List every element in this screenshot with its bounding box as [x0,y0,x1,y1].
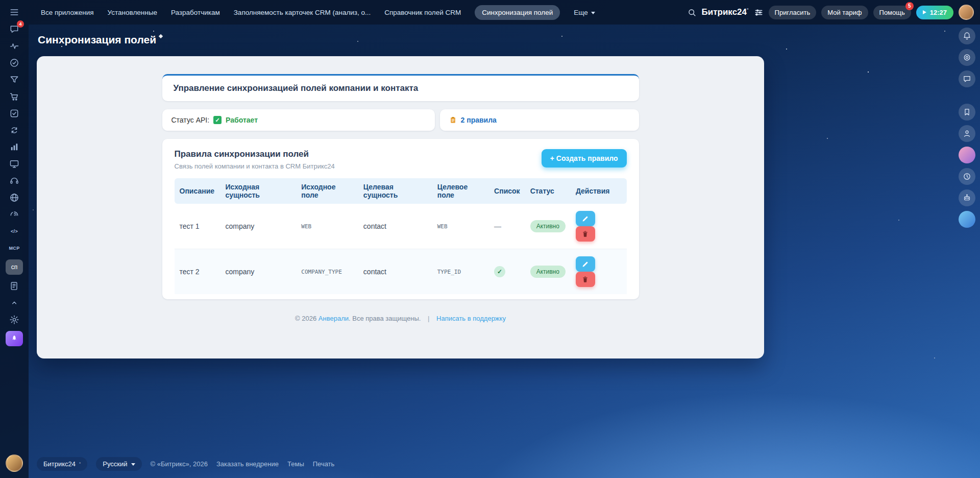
helpdesk-spiral-icon[interactable] [959,49,975,66]
brand-mark: ° [79,462,81,466]
profile-avatar[interactable] [6,455,23,472]
print-link[interactable]: Печать [313,460,335,468]
status-row: Статус API: ✓ Работает 2 правила [162,109,639,131]
status-badge: Активно [530,220,566,232]
app-panel: Управление синхронизацией полей компании… [37,56,764,358]
tab-installed[interactable]: Установленные [108,9,157,16]
news-feed-icon[interactable] [8,40,20,52]
delete-rule-button[interactable] [576,226,595,242]
cell-target-entity: contact [358,249,432,295]
check-icon: ✓ [213,116,222,124]
cell-target-entity: contact [358,204,432,249]
order-implementation-link[interactable]: Заказать внедрение [216,460,279,468]
tab-all-apps[interactable]: Все приложения [41,9,94,16]
user-avatar[interactable] [959,5,974,20]
search-icon[interactable] [687,8,697,17]
market-globe-icon[interactable] [8,192,20,203]
tab-more[interactable]: Еще [574,9,595,16]
esign-document-icon[interactable] [8,280,20,292]
rules-table-title: Правила синхронизации полей [175,149,335,159]
tariff-button[interactable]: Мой тариф [821,6,868,19]
panel-header-title: Управление синхронизацией полей компании… [174,83,419,93]
code-icon[interactable]: </> [8,226,20,237]
edit-rule-button[interactable] [576,256,595,272]
sites-icon[interactable] [8,158,20,170]
work-timer-button[interactable]: 12:27 [916,6,953,19]
right-widget-rail [959,28,975,228]
pencil-icon [581,260,589,268]
sales-cart-icon[interactable] [8,91,20,102]
brand-mark: ° [747,7,749,12]
themes-link[interactable]: Темы [287,460,304,468]
bookmark-widget-icon[interactable] [959,104,975,121]
table-head: Правила синхронизации полей Связь полей … [175,149,627,170]
create-rule-button[interactable]: + Создать правило [542,149,627,168]
cell-source-entity: company [220,204,296,249]
app-sp-tile[interactable]: сп [6,259,23,275]
fingerprint-icon[interactable] [8,209,20,220]
marketplace-nav: Все приложения Установленные Разработчик… [41,5,682,20]
vendor-link[interactable]: Анверали [318,315,349,322]
chat-avatar-1[interactable] [959,147,975,163]
cell-target-field: WEB [432,204,489,249]
bitrix24-footer-logo[interactable]: Битрикс24° [37,457,87,471]
tab-developers[interactable]: Разработчикам [171,9,220,16]
clipboard-icon [449,115,457,125]
col-description: Описание [175,178,220,204]
help-badge: 5 [905,2,914,10]
cell-source-field: COMPANY_TYPE [296,249,358,295]
copyright-prefix: © 2026 [295,315,318,322]
chat-avatar-2[interactable] [959,211,975,228]
support-link[interactable]: Написать в поддержку [436,315,506,322]
collapse-chevron-icon[interactable] [8,297,20,308]
list-check-icon: ✓ [494,266,505,277]
col-target-field: Целевое поле [432,178,489,204]
panel-inner: Управление синхронизацией полей компании… [162,74,639,322]
copilot-rocket-tile[interactable] [6,331,23,346]
bot-widget-icon[interactable] [959,189,975,206]
page-title-row: Синхронизация полей [38,34,162,46]
status-badge: Активно [530,266,566,278]
tab-field-sync[interactable]: Синхронизация полей [475,5,560,20]
mcp-icon[interactable]: MCP [8,243,20,254]
rules-table-subtitle: Связь полей компании и контакта в CRM Би… [175,162,335,170]
pencil-icon [581,215,589,223]
panel-header-card: Управление синхронизацией полей компании… [162,74,639,101]
bitrix24-logo[interactable]: Битрикс24° [702,7,749,17]
sparkle-decoration [159,34,163,38]
edit-rule-button[interactable] [576,211,595,226]
contact-widget-icon[interactable] [959,125,975,142]
settings-gear-icon[interactable] [8,314,20,325]
cell-source-field: WEB [296,204,358,249]
help-wrap: Помощь 5 [873,6,911,19]
col-list: Список [489,178,525,204]
checklist-icon[interactable] [8,108,20,119]
table-row: тест 2 company COMPANY_TYPE contact TYPE… [175,249,627,295]
tab-crm-fields-directory[interactable]: Справочник полей CRM [384,9,461,16]
support-headset-icon[interactable] [8,175,20,186]
top-bar: Все приложения Установленные Разработчик… [29,0,980,25]
col-source-entity: Исходная сущность [220,178,296,204]
page-title: Синхронизация полей [38,34,156,46]
footer-divider: | [428,315,429,322]
bottom-bar: Битрикс24° Русский © «Битрикс», 2026 Зак… [37,457,334,471]
chevron-down-icon [591,12,595,14]
sliders-settings-icon[interactable] [754,8,764,17]
crm-icon[interactable] [8,74,20,85]
delete-rule-button[interactable] [576,272,595,287]
language-selector[interactable]: Русский [96,457,141,471]
mcp-label: MCP [9,246,20,251]
invite-button[interactable]: Пригласить [769,6,817,19]
notifications-bell-icon[interactable] [959,28,975,44]
stats-icon[interactable] [8,141,20,153]
tab-crm-card-fill[interactable]: Заполняемость карточек CRM (анализ, о... [234,9,371,16]
tasks-icon[interactable] [8,57,20,68]
support-chat-icon[interactable] [959,70,975,87]
hamburger-menu-icon[interactable] [8,7,20,18]
list-none-value: — [494,222,501,230]
cell-source-entity: company [220,249,296,295]
business-process-icon[interactable] [8,125,20,136]
messenger-icon[interactable]: 4 [8,23,20,35]
clock-widget-icon[interactable] [959,168,975,185]
col-actions: Действия [571,178,627,204]
